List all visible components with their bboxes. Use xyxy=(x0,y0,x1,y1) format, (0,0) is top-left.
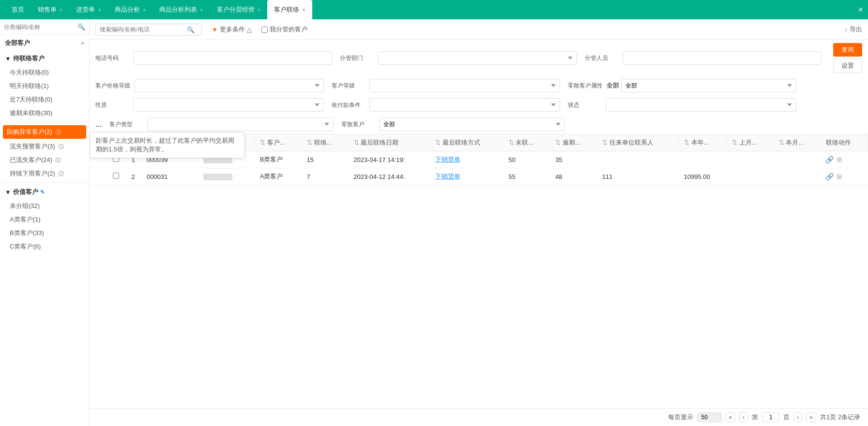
sidebar-item-continuous-down[interactable]: 持续下滑客户(2) ⓘ xyxy=(0,167,89,180)
customer-type-select[interactable] xyxy=(147,118,333,131)
nav-customer-contact[interactable]: 客户联络 × xyxy=(267,0,312,19)
retail-attr-label: 零散客户属性 xyxy=(568,82,603,90)
my-customers-checkbox[interactable] xyxy=(261,27,268,33)
row2-checkbox[interactable] xyxy=(113,173,119,179)
search-icon[interactable]: 🔍 xyxy=(187,26,195,33)
all-customers-header[interactable]: 全部客户 » xyxy=(0,35,89,51)
payment-select[interactable] xyxy=(369,98,560,112)
sidebar-item-lost-warning[interactable]: 流失预警客户(3) ⓘ xyxy=(0,140,89,153)
filter-top-bar: 🔍 ▼ 更多条件 △ 我分管的客户 ↑ 导出 xyxy=(90,19,868,40)
nav-sales[interactable]: 销售单 × xyxy=(31,0,69,19)
query-button[interactable]: 查询 xyxy=(833,43,862,57)
status-select[interactable] xyxy=(606,98,796,112)
row2-this-year: 10995.00 xyxy=(679,168,727,185)
page-input[interactable] xyxy=(762,412,779,422)
more-options-ellipsis[interactable]: ... xyxy=(95,120,102,129)
sidebar-item-tomorrow[interactable]: 明天待联络(1) xyxy=(0,79,89,93)
row2-grid-icon[interactable]: ⊞ xyxy=(837,173,842,180)
retail-customer-select[interactable]: 全部 xyxy=(379,118,565,131)
next-page-btn[interactable]: › xyxy=(793,412,802,422)
row1-action: 🔗 ⊞ xyxy=(821,151,868,168)
sidebar-item-a-class[interactable]: A类客户(1) xyxy=(0,213,89,226)
gender-label: 性质 xyxy=(95,101,129,109)
prev-page-btn[interactable]: ‹ xyxy=(739,412,748,422)
sidebar-item-7days[interactable]: 近7天待联络(0) xyxy=(0,93,89,106)
customer-level-field: 客户等级 xyxy=(332,79,560,92)
my-customers-checkbox-label[interactable]: 我分管的客户 xyxy=(261,25,307,34)
reset-button[interactable]: 设置 xyxy=(833,59,862,73)
branch-dept-select[interactable] xyxy=(378,51,577,65)
last-page-btn[interactable]: » xyxy=(806,412,816,422)
info-icon-3: ⓘ xyxy=(56,157,61,163)
close-sales-tab[interactable]: × xyxy=(60,7,62,13)
row1-link-icon[interactable]: 🔗 xyxy=(825,156,834,163)
close-product-analysis-tab[interactable]: × xyxy=(143,7,146,13)
row2-link-icon[interactable]: 🔗 xyxy=(825,173,834,180)
sort-icon-8: ⇅ xyxy=(555,139,561,146)
more-filter-button[interactable]: ▼ 更多条件 △ xyxy=(208,23,256,36)
close-purchase-tab[interactable]: × xyxy=(98,7,101,13)
sidebar-item-repurchase-abnormal[interactable]: 回购异常客户(2) ⓘ xyxy=(3,125,86,139)
phone-label: 电话号码 xyxy=(95,54,129,62)
row2-action: 🔗 ⊞ xyxy=(821,168,868,185)
export-icon: ↑ xyxy=(845,26,848,33)
nav-product-analysis-list[interactable]: 商品分析列表 × xyxy=(152,0,210,19)
col-overdue: ⇅ 逾期... xyxy=(550,134,597,151)
col-contact-count: ⇅ 联络... xyxy=(302,134,349,151)
edit-icon[interactable]: ✎ xyxy=(40,189,45,195)
row1-unread: 50 xyxy=(503,151,550,168)
payment-field: 收付款条件 xyxy=(332,98,560,112)
payment-label: 收付款条件 xyxy=(332,101,365,109)
search-input[interactable] xyxy=(100,26,187,33)
customer-level-select[interactable] xyxy=(369,79,560,92)
nav-home[interactable]: 首页 xyxy=(5,0,31,19)
row2-method-link[interactable]: 下销货单 xyxy=(435,173,460,180)
value-customers-arrow: ▼ xyxy=(5,189,11,196)
phone-input[interactable] xyxy=(133,51,332,65)
row1-last-method: 下销货单 xyxy=(430,151,504,168)
sidebar-item-today[interactable]: 今天待联络(0) xyxy=(0,66,89,79)
close-segmentation-tab[interactable]: × xyxy=(258,7,260,13)
close-product-list-tab[interactable]: × xyxy=(200,7,203,13)
row1-method-link[interactable]: 下销货单 xyxy=(435,156,460,163)
row2-num: 2 xyxy=(124,168,142,185)
value-customers-group[interactable]: ▼ 价值客户 ✎ xyxy=(0,185,89,199)
sidebar-item-b-class[interactable]: B类客户(33) xyxy=(0,226,89,240)
row1-grid-icon[interactable]: ⊞ xyxy=(837,156,842,163)
retail-customer-field: 零散客户 全部 xyxy=(341,118,565,131)
sidebar-search-input[interactable] xyxy=(4,24,77,30)
branch-person-field: 分管人员 xyxy=(585,51,822,65)
sidebar-item-ungrouped[interactable]: 未分组(32) xyxy=(0,199,89,213)
gender-select[interactable] xyxy=(133,98,324,112)
col-last-month: ⇅ 上月... xyxy=(727,134,774,151)
nav-purchase[interactable]: 进货单 × xyxy=(69,0,107,19)
sidebar-item-c-class[interactable]: C类客户(6) xyxy=(0,240,89,253)
phone-field: 电话号码 xyxy=(95,51,332,65)
top-navigation: 首页 销售单 × 进货单 × 商品分析 × 商品分析列表 × 客户分层经营 × … xyxy=(0,0,868,19)
nav-product-analysis[interactable]: 商品分析 × xyxy=(108,0,152,19)
row1-contact-count: 15 xyxy=(302,151,349,168)
status-field: 状态 xyxy=(568,98,796,112)
price-level-select[interactable] xyxy=(134,79,324,92)
sidebar-search-icon[interactable]: 🔍 xyxy=(77,23,85,30)
page-size-select[interactable]: 50 100 xyxy=(697,412,722,422)
content-area: 🔍 ▼ 更多条件 △ 我分管的客户 ↑ 导出 电话号码 xyxy=(90,19,868,426)
sidebar-item-overdue[interactable]: 逾期未联络(30) xyxy=(0,106,89,120)
row2-name xyxy=(198,168,255,185)
waiting-contact-group[interactable]: ▼ 待联络客户 xyxy=(0,51,89,66)
filter-row-3: 性质 收付款条件 状态 xyxy=(90,95,868,115)
sidebar-collapse-icon[interactable]: » xyxy=(81,40,84,46)
sidebar-item-already-lost[interactable]: 已流失客户(24) ⓘ xyxy=(0,153,89,167)
retail-attr-select[interactable]: 全部 xyxy=(621,79,796,92)
branch-person-input[interactable] xyxy=(623,51,822,65)
col-this-month: ⇅ 本月... xyxy=(774,134,821,151)
close-contact-tab[interactable]: × xyxy=(302,7,305,13)
first-page-btn[interactable]: « xyxy=(726,412,736,422)
nav-customer-segmentation[interactable]: 客户分层经营 × xyxy=(210,0,267,19)
export-button[interactable]: ↑ 导出 xyxy=(845,25,863,34)
close-all-tabs[interactable]: × xyxy=(858,5,863,15)
tooltip-box: 距客户上次交易时长，超过了此客户的平均交易周期的1.5倍，则视为异常。 xyxy=(90,132,244,158)
row2-last-method: 下销货单 xyxy=(430,168,504,185)
col-last-contact-method: ⇅ 最后联络方式 xyxy=(430,134,504,151)
pagination-bar: 每页显示 50 100 « ‹ 第 页 › » 共1页 2条记录 xyxy=(90,408,868,426)
